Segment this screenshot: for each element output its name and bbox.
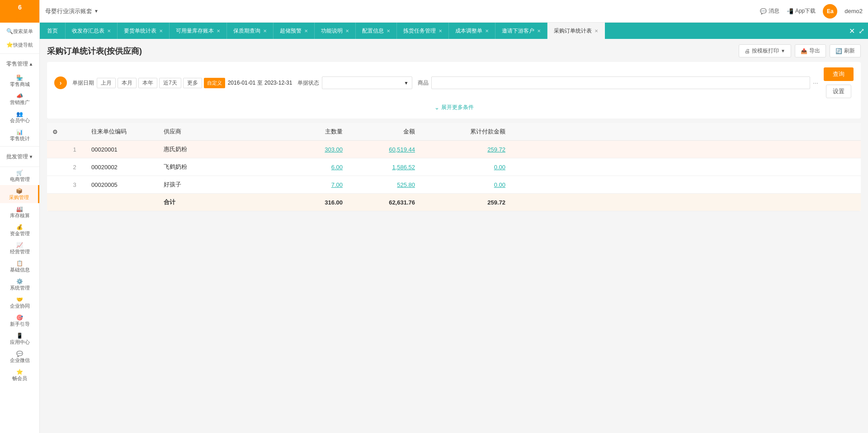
export-button[interactable]: 📤 导出 bbox=[795, 44, 826, 57]
wechat-icon: 💬 bbox=[16, 351, 23, 357]
sidebar-item-ecommerce[interactable]: 🛒 电商管理 bbox=[0, 167, 39, 185]
sidebar-item-enterprise[interactable]: 🤝 企业协同 bbox=[0, 294, 39, 312]
tab-func-desc[interactable]: 功能说明 ✕ bbox=[315, 23, 356, 39]
custom-btn[interactable]: 自定义 bbox=[204, 78, 225, 88]
close-icon[interactable]: ✕ bbox=[485, 29, 489, 33]
7days-btn[interactable]: 近7天 bbox=[159, 78, 181, 88]
close-icon[interactable]: ✕ bbox=[537, 29, 541, 33]
col-amount-header: 金额 bbox=[348, 123, 420, 141]
row-amount[interactable]: 1,586.52 bbox=[348, 158, 420, 176]
tab-warranty[interactable]: 保质期查询 ✕ bbox=[227, 23, 274, 39]
download-icon: 📲 bbox=[787, 8, 793, 14]
refresh-button[interactable]: 🔄 刷新 bbox=[830, 44, 861, 57]
sidebar-item-operation[interactable]: 📈 经营管理 bbox=[0, 239, 39, 257]
sidebar-item-wechat[interactable]: 💬 企业微信 bbox=[0, 348, 39, 366]
tab-overstock[interactable]: 超储预警 ✕ bbox=[274, 23, 315, 39]
sidebar-item-purchase[interactable]: 📦 采购管理 bbox=[0, 185, 39, 203]
col-settings-header[interactable]: ⚙ bbox=[47, 123, 63, 141]
tab-invite[interactable]: 邀请下游客户 ✕ bbox=[495, 23, 547, 39]
more-options-icon[interactable]: ··· bbox=[813, 79, 818, 86]
goods-input[interactable] bbox=[431, 76, 810, 89]
finance-icon: 💰 bbox=[16, 224, 23, 230]
search-menu-item[interactable]: 🔍 搜索菜单 bbox=[0, 24, 39, 38]
maximize-btn[interactable]: ⤢ bbox=[859, 27, 864, 35]
expand-more-btn[interactable]: ⌄ 展开更多条件 bbox=[431, 102, 477, 113]
sidebar-item-retail-stats[interactable]: 📊 零售统计 bbox=[0, 126, 39, 144]
sidebar-item-member2[interactable]: ⭐ 畅会员 bbox=[0, 366, 39, 384]
close-icon[interactable]: ✕ bbox=[387, 29, 390, 33]
sidebar-item-basic-info[interactable]: 📋 基础信息 bbox=[0, 257, 39, 276]
close-icon[interactable]: ✕ bbox=[159, 29, 163, 33]
sidebar-item-wholesale[interactable]: 批发管理 ▼ bbox=[0, 148, 39, 165]
print-button[interactable]: 🖨 按模板打印 ▼ bbox=[739, 44, 791, 57]
table-row[interactable]: 3 00020005 好孩子 7.00 525.80 0.00 bbox=[47, 176, 861, 194]
row-qty[interactable]: 6.00 bbox=[285, 158, 348, 176]
compass-icon: ⭐ bbox=[6, 42, 13, 48]
row-supplier: 飞鹤奶粉 bbox=[158, 158, 285, 176]
print-dropdown-icon: ▼ bbox=[781, 48, 785, 53]
sidebar-item-member[interactable]: 👥 会员中心 bbox=[0, 108, 39, 126]
wholesale-label: 批发管理 bbox=[6, 153, 28, 161]
tab-home[interactable]: 首页 bbox=[40, 23, 66, 39]
row-amount[interactable]: 525.80 bbox=[348, 176, 420, 194]
settings-button[interactable]: 设置 bbox=[826, 85, 851, 98]
close-icon[interactable]: ✕ bbox=[304, 29, 308, 33]
close-icon[interactable]: ✕ bbox=[217, 29, 220, 33]
message-btn[interactable]: 💬 消息 bbox=[760, 7, 779, 15]
row-qty[interactable]: 303.00 bbox=[285, 141, 348, 158]
tab-pickup[interactable]: 拣货任务管理 ✕ bbox=[397, 23, 449, 39]
sidebar-item-stock[interactable]: 🏭 库存核算 bbox=[0, 203, 39, 221]
tab-config[interactable]: 配置信息 ✕ bbox=[356, 23, 397, 39]
row-paid[interactable]: 0.00 bbox=[420, 176, 511, 194]
query-button[interactable]: 查询 bbox=[824, 67, 854, 81]
table-row[interactable]: 1 00020001 惠氏奶粉 303.00 60,519.44 259.72 bbox=[47, 141, 861, 158]
sidebar-item-finance[interactable]: 💰 资金管理 bbox=[0, 221, 39, 239]
quick-nav-item[interactable]: ⭐ 快捷导航 bbox=[0, 38, 39, 52]
footer-settings bbox=[47, 194, 63, 211]
avatar[interactable]: Ea bbox=[823, 4, 837, 19]
row-paid[interactable]: 259.72 bbox=[420, 141, 511, 158]
sidebar-item-system[interactable]: ⚙️ 系统管理 bbox=[0, 276, 39, 294]
goods-filter-group: 商品 ··· bbox=[418, 76, 818, 89]
close-icon[interactable]: ✕ bbox=[107, 29, 111, 33]
tab-cost[interactable]: 成本调整单 ✕ bbox=[449, 23, 495, 39]
account-selector[interactable]: 母婴行业演示账套 ▼ bbox=[45, 7, 99, 15]
page-header: 采购订单统计表(按供应商) 🖨 按模板打印 ▼ 📤 导出 🔄 刷新 bbox=[47, 44, 861, 57]
sidebar-item-retail-shop[interactable]: 🏪 零售商城 bbox=[0, 72, 39, 90]
expand-label: 展开更多条件 bbox=[441, 104, 474, 111]
data-table: ⚙ 往来单位编码 供应商 主数量 金额 累计付款金额 1 00020001 bbox=[47, 123, 861, 211]
system-icon: ⚙️ bbox=[16, 278, 23, 285]
status-select[interactable]: ▼ bbox=[322, 76, 412, 89]
filter-toggle-btn[interactable]: › bbox=[54, 76, 67, 89]
sidebar-item-newbie[interactable]: 🎯 新手引导 bbox=[0, 312, 39, 330]
close-icon[interactable]: ✕ bbox=[439, 29, 442, 33]
close-icon[interactable]: ✕ bbox=[263, 29, 267, 33]
app-icon: 📱 bbox=[16, 333, 23, 339]
table-row[interactable]: 2 00020002 飞鹤奶粉 6.00 1,586.52 0.00 bbox=[47, 158, 861, 176]
tab-collect-send[interactable]: 收发存汇总表 ✕ bbox=[66, 23, 118, 39]
this-month-btn[interactable]: 本月 bbox=[118, 78, 137, 88]
close-tab-btn[interactable]: ✕ bbox=[849, 27, 855, 35]
tab-available-stock[interactable]: 可用量库存账本 ✕ bbox=[170, 23, 227, 39]
more-btn[interactable]: 更多 bbox=[183, 78, 202, 88]
row-empty bbox=[511, 158, 861, 176]
sidebar-item-retail[interactable]: 零售管理 ▲ bbox=[0, 56, 39, 72]
sidebar-item-marketing[interactable]: 📣 营销推广 bbox=[0, 90, 39, 108]
tab-purchase-summary[interactable]: 采购订单统计表 ✕ bbox=[547, 23, 605, 39]
tab-stock-label: 可用量库存账本 bbox=[176, 27, 214, 35]
row-code: 00020002 bbox=[86, 158, 158, 176]
tab-config-label: 配置信息 bbox=[362, 27, 384, 35]
last-month-btn[interactable]: 上月 bbox=[97, 78, 116, 88]
row-amount[interactable]: 60,519.44 bbox=[348, 141, 420, 158]
close-icon[interactable]: ✕ bbox=[345, 29, 349, 33]
close-icon[interactable]: ✕ bbox=[594, 29, 598, 33]
row-paid[interactable]: 0.00 bbox=[420, 158, 511, 176]
this-year-btn[interactable]: 本年 bbox=[138, 78, 157, 88]
table-body: 1 00020001 惠氏奶粉 303.00 60,519.44 259.72 … bbox=[47, 141, 861, 194]
row-qty[interactable]: 7.00 bbox=[285, 176, 348, 194]
row-settings bbox=[47, 141, 63, 158]
app-download-btn[interactable]: 📲 App下载 bbox=[787, 7, 816, 15]
tab-demand-summary[interactable]: 要货单统计表 ✕ bbox=[118, 23, 170, 39]
shop-icon: 🏪 bbox=[16, 75, 23, 81]
sidebar-item-app-center[interactable]: 📱 应用中心 bbox=[0, 330, 39, 348]
